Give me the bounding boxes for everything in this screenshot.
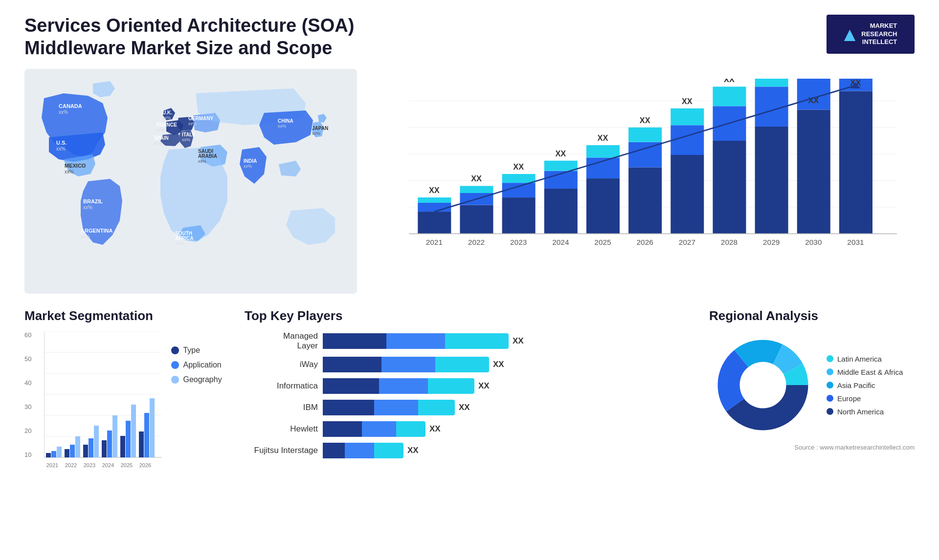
- donut-chart-svg: [709, 331, 817, 439]
- asia-pacific-label: Asia Pacific: [837, 381, 875, 389]
- svg-rect-120: [150, 398, 155, 457]
- svg-text:MEXICO: MEXICO: [65, 163, 86, 169]
- svg-text:2024: 2024: [552, 238, 569, 246]
- svg-rect-114: [112, 415, 117, 457]
- world-map-svg: CANADA xx% U.S. xx% MEXICO xx% BRAZIL xx…: [24, 69, 357, 294]
- y-label-30: 30: [24, 403, 31, 410]
- svg-rect-66: [628, 128, 662, 142]
- player-row: Informatica XX: [245, 378, 694, 394]
- player-name: iWay: [245, 360, 318, 369]
- svg-text:xx%: xx%: [198, 159, 206, 164]
- svg-rect-59: [586, 178, 620, 234]
- regional-title: Regional Analysis: [709, 308, 915, 323]
- svg-text:xx%: xx%: [188, 121, 197, 126]
- logo-box: ▲ MARKET RESEARCH INTELLECT: [827, 15, 915, 54]
- svg-text:ITALY: ITALY: [182, 132, 196, 137]
- svg-rect-41: [418, 197, 451, 203]
- svg-text:xx%: xx%: [182, 137, 190, 142]
- latin-america-label: Latin America: [837, 355, 882, 363]
- application-dot: [171, 361, 179, 369]
- svg-text:XX: XX: [471, 174, 482, 183]
- source-text: Source : www.marketresearchintellect.com: [709, 444, 915, 451]
- player-name: Informatica: [245, 381, 318, 391]
- player-row: iWay XX: [245, 357, 694, 372]
- svg-rect-109: [83, 445, 88, 457]
- europe-dot: [827, 395, 833, 402]
- north-america-label: North America: [837, 408, 884, 416]
- player-value: XX: [459, 403, 470, 412]
- player-bar: [323, 400, 455, 415]
- middle-east-dot: [827, 368, 833, 375]
- svg-rect-84: [797, 110, 830, 234]
- player-bar-wrap: XX: [323, 378, 694, 394]
- player-row: Hewlett XX: [245, 421, 694, 437]
- svg-text:xx%: xx%: [278, 124, 286, 129]
- europe-label: Europe: [837, 394, 861, 403]
- svg-text:xx%: xx%: [244, 164, 252, 169]
- legend-type-label: Type: [183, 346, 200, 355]
- player-row: IBM XX: [245, 400, 694, 415]
- svg-rect-81: [755, 79, 788, 86]
- svg-text:SPAIN: SPAIN: [154, 135, 169, 141]
- y-label-60: 60: [24, 331, 31, 339]
- svg-text:2028: 2028: [721, 238, 738, 246]
- svg-text:xx%: xx%: [162, 115, 171, 120]
- svg-text:2021: 2021: [46, 462, 58, 468]
- player-value: XX: [513, 336, 524, 346]
- player-value: XX: [407, 446, 419, 455]
- svg-rect-49: [502, 197, 536, 234]
- svg-rect-79: [755, 127, 788, 234]
- seg-chart-area: 60 50 40 30 20 10: [24, 331, 230, 478]
- svg-text:xx%: xx%: [56, 146, 66, 151]
- svg-text:XX: XX: [598, 133, 608, 142]
- svg-rect-116: [126, 421, 131, 457]
- segmentation-container: Market Segmentation 60 50 40 30 20 10: [24, 308, 230, 514]
- svg-text:2025: 2025: [594, 238, 611, 246]
- svg-rect-118: [139, 431, 144, 457]
- svg-text:2024: 2024: [102, 462, 114, 468]
- svg-text:2027: 2027: [679, 238, 695, 246]
- player-bar-wrap: XX: [323, 333, 694, 349]
- svg-text:CHINA: CHINA: [278, 118, 293, 124]
- svg-rect-119: [144, 413, 149, 457]
- latin-america-dot: [827, 355, 833, 362]
- player-row: Fujitsu Interstage XX: [245, 443, 694, 458]
- players-list: ManagedLayer XX iWay: [245, 331, 694, 458]
- svg-rect-39: [418, 212, 451, 234]
- svg-text:2023: 2023: [510, 238, 527, 246]
- svg-rect-117: [131, 405, 136, 457]
- svg-text:XX: XX: [640, 116, 650, 125]
- svg-rect-40: [418, 203, 451, 212]
- segmentation-title: Market Segmentation: [24, 308, 230, 323]
- logo-icon: ▲: [840, 23, 860, 45]
- svg-text:U.S.: U.S.: [56, 140, 67, 146]
- svg-text:XX: XX: [513, 162, 524, 171]
- svg-rect-51: [502, 174, 536, 183]
- legend-type: Type: [171, 346, 222, 355]
- svg-rect-64: [628, 168, 662, 234]
- svg-text:GERMANY: GERMANY: [188, 116, 213, 121]
- player-bar-wrap: XX: [323, 357, 694, 372]
- svg-text:XX: XX: [429, 186, 440, 194]
- logo-container: ▲ MARKET RESEARCH INTELLECT: [827, 15, 915, 54]
- svg-text:2031: 2031: [847, 238, 864, 246]
- svg-text:AFRICA: AFRICA: [175, 236, 194, 241]
- svg-text:INDIA: INDIA: [244, 158, 257, 164]
- legend-europe: Europe: [827, 394, 903, 403]
- svg-rect-112: [102, 440, 107, 457]
- top-section: CANADA xx% U.S. xx% MEXICO xx% BRAZIL xx…: [24, 69, 915, 294]
- page-title: Services Oriented Architecture (SOA) Mid…: [24, 15, 416, 59]
- player-bar: [323, 378, 474, 394]
- svg-rect-76: [713, 87, 746, 107]
- svg-text:xx%: xx%: [154, 141, 162, 146]
- player-bar: [323, 333, 509, 349]
- svg-text:2021: 2021: [426, 238, 443, 246]
- svg-rect-106: [65, 449, 69, 457]
- bar-chart-svg: XX 2021 XX 2022 XX 2023 XX 2024: [401, 79, 905, 269]
- player-bar-wrap: XX: [323, 400, 694, 415]
- svg-text:XX: XX: [682, 97, 693, 106]
- svg-rect-88: [839, 91, 872, 234]
- regional-container: Regional Analysis: [709, 308, 915, 514]
- y-label-10: 10: [24, 451, 31, 458]
- legend-application-label: Application: [183, 361, 221, 369]
